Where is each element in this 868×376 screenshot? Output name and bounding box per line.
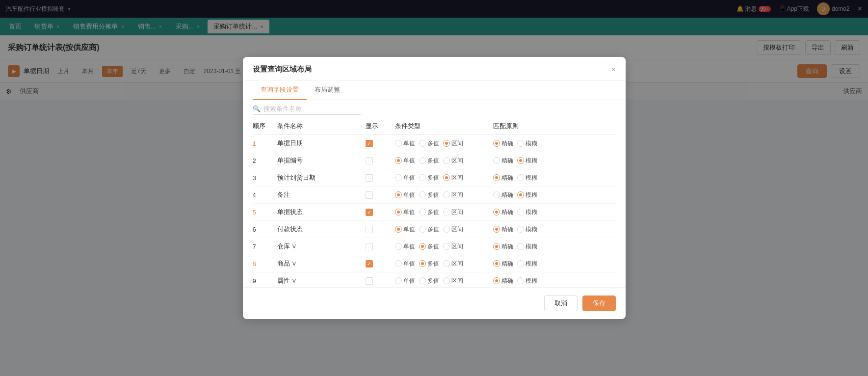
- row-name: 仓库 ∨: [277, 242, 366, 251]
- radio-circle-selected: [395, 157, 402, 164]
- row-display-cell: ✓: [366, 260, 395, 268]
- display-checkbox[interactable]: [366, 157, 373, 164]
- match-fuzzy[interactable]: 模糊: [517, 225, 537, 234]
- match-fuzzy[interactable]: 模糊: [517, 242, 537, 251]
- radio-circle: [517, 140, 524, 147]
- type-single[interactable]: 单值: [395, 260, 415, 268]
- row-match-cell: 精确 模糊: [493, 157, 581, 165]
- match-exact[interactable]: 精确: [493, 208, 513, 216]
- radio-circle-selected: [395, 209, 402, 215]
- type-single[interactable]: 单值: [395, 174, 415, 182]
- row-match-cell: 精确 模糊: [493, 277, 581, 285]
- table-row: 2 单据编号 单值: [253, 152, 616, 169]
- match-exact[interactable]: 精确: [493, 191, 513, 199]
- match-radio-group: 精确 模糊: [493, 277, 537, 285]
- th-order: 顺序: [253, 122, 277, 131]
- radio-circle: [493, 157, 500, 164]
- type-single[interactable]: 单值: [395, 157, 415, 165]
- modal-tabs: 查询字段设置 布局调整: [243, 81, 626, 100]
- match-fuzzy[interactable]: 模糊: [517, 277, 537, 285]
- type-range[interactable]: 区间: [443, 191, 463, 199]
- match-exact[interactable]: 精确: [493, 174, 513, 182]
- type-range[interactable]: 区间: [443, 208, 463, 216]
- row-name: 付款状态: [277, 225, 366, 234]
- display-checkbox[interactable]: ✓: [366, 209, 373, 216]
- th-type: 条件类型: [395, 122, 493, 131]
- type-radio-group: 单值 多值 区间: [395, 174, 463, 182]
- type-single[interactable]: 单值: [395, 208, 415, 216]
- match-exact[interactable]: 精确: [493, 242, 513, 251]
- row-display-cell: [366, 157, 395, 164]
- save-btn[interactable]: 保存: [582, 295, 616, 311]
- match-exact[interactable]: 精确: [493, 260, 513, 268]
- match-exact[interactable]: 精确: [493, 277, 513, 285]
- row-type-cell: 单值 多值 区间: [395, 277, 493, 285]
- radio-circle: [395, 140, 402, 147]
- type-multi[interactable]: 多值: [419, 277, 439, 285]
- type-single[interactable]: 单值: [395, 225, 415, 234]
- row-order: 1: [253, 140, 277, 147]
- type-range[interactable]: 区间: [443, 242, 463, 251]
- type-range[interactable]: 区间: [443, 260, 463, 268]
- type-single[interactable]: 单值: [395, 277, 415, 285]
- match-fuzzy[interactable]: 模糊: [517, 157, 537, 165]
- type-multi[interactable]: 多值: [419, 242, 439, 251]
- row-order: 4: [253, 191, 277, 199]
- type-single[interactable]: 单值: [395, 242, 415, 251]
- row-order: 3: [253, 174, 277, 182]
- match-fuzzy[interactable]: 模糊: [517, 260, 537, 268]
- display-checkbox[interactable]: ✓: [366, 260, 373, 268]
- type-range[interactable]: 区间: [443, 157, 463, 165]
- type-range[interactable]: 区间: [443, 174, 463, 182]
- modal-close-btn[interactable]: ×: [611, 66, 615, 74]
- display-checkbox[interactable]: ✓: [366, 140, 373, 147]
- type-range[interactable]: 区间: [443, 277, 463, 285]
- tab-layout[interactable]: 布局调整: [307, 81, 348, 100]
- radio-circle: [395, 174, 402, 181]
- row-match-cell: 精确 模糊: [493, 139, 581, 148]
- type-multi[interactable]: 多值: [419, 225, 439, 234]
- match-exact[interactable]: 精确: [493, 157, 513, 165]
- display-checkbox[interactable]: [366, 226, 373, 233]
- radio-circle: [443, 209, 450, 215]
- display-checkbox[interactable]: [366, 277, 373, 285]
- row-display-cell: ✓: [366, 209, 395, 216]
- radio-circle: [419, 140, 426, 147]
- type-multi[interactable]: 多值: [419, 260, 439, 268]
- radio-circle-selected: [419, 260, 426, 267]
- match-fuzzy[interactable]: 模糊: [517, 191, 537, 199]
- display-checkbox[interactable]: [366, 243, 373, 250]
- radio-circle: [443, 157, 450, 164]
- table-row: 3 预计到货日期 单值: [253, 169, 616, 187]
- cancel-btn[interactable]: 取消: [544, 295, 578, 311]
- settings-modal: 设置查询区域布局 × 查询字段设置 布局调整 🔍 顺序 条件名称: [243, 57, 626, 319]
- match-fuzzy[interactable]: 模糊: [517, 174, 537, 182]
- row-name: 单据状态: [277, 208, 366, 216]
- row-type-cell: 单值 多值 区间: [395, 260, 493, 268]
- type-single[interactable]: 单值: [395, 139, 415, 148]
- type-radio-group: 单值 多值 区间: [395, 139, 463, 148]
- search-input[interactable]: [263, 105, 352, 112]
- row-match-cell: 精确 模糊: [493, 174, 581, 182]
- match-exact[interactable]: 精确: [493, 225, 513, 234]
- radio-circle-selected: [395, 191, 402, 198]
- type-multi[interactable]: 多值: [419, 208, 439, 216]
- row-type-cell: 单值 多值 区间: [395, 225, 493, 234]
- display-checkbox[interactable]: [366, 191, 373, 199]
- match-fuzzy[interactable]: 模糊: [517, 208, 537, 216]
- type-multi[interactable]: 多值: [419, 191, 439, 199]
- type-single[interactable]: 单值: [395, 191, 415, 199]
- match-fuzzy[interactable]: 模糊: [517, 139, 537, 148]
- type-multi[interactable]: 多值: [419, 139, 439, 148]
- type-multi[interactable]: 多值: [419, 174, 439, 182]
- radio-circle-selected: [493, 226, 500, 233]
- radio-circle-selected: [493, 277, 500, 284]
- type-multi[interactable]: 多值: [419, 157, 439, 165]
- type-range[interactable]: 区间: [443, 139, 463, 148]
- row-name: 单据编号: [277, 156, 366, 165]
- row-order: 9: [253, 277, 277, 285]
- display-checkbox[interactable]: [366, 174, 373, 182]
- match-exact[interactable]: 精确: [493, 139, 513, 148]
- type-range[interactable]: 区间: [443, 225, 463, 234]
- tab-query-fields[interactable]: 查询字段设置: [253, 81, 307, 100]
